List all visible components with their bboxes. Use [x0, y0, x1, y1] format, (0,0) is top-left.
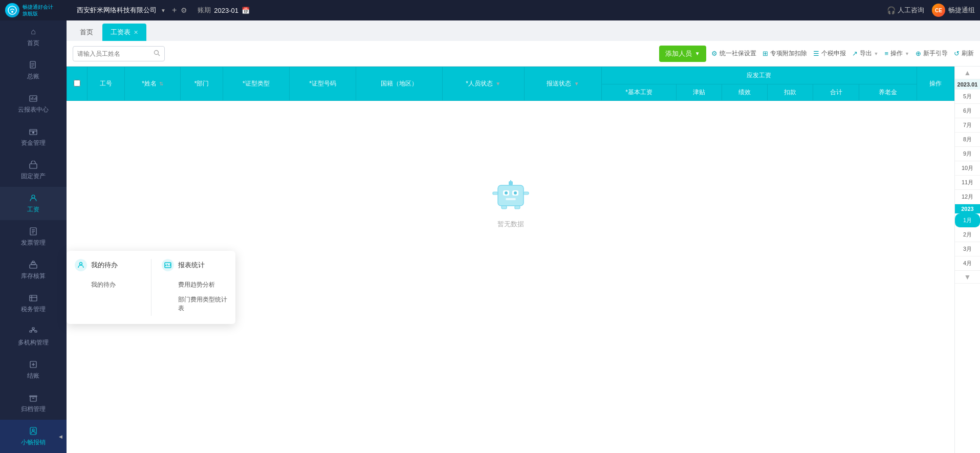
header-pension: 养老金	[859, 84, 917, 101]
sidebar-item-archive[interactable]: 归档管理	[0, 386, 67, 420]
operation-dropdown-icon: ▼	[905, 51, 909, 56]
select-all-checkbox[interactable]	[74, 80, 80, 87]
tax-report-btn[interactable]: ☰ 个税申报	[813, 49, 846, 58]
social-security-btn[interactable]: ⚙ 统一社保设置	[711, 49, 756, 58]
search-input[interactable]	[77, 50, 150, 57]
svg-line-30	[31, 330, 33, 331]
assets-icon	[28, 160, 38, 170]
timeline-month-mar-2023[interactable]: 3月	[955, 242, 980, 256]
timeline-nav-down[interactable]: ▼	[955, 271, 980, 284]
company-dropdown-icon[interactable]: ▼	[161, 8, 166, 13]
settings-btn[interactable]: ⚙	[181, 6, 187, 14]
timeline-month-9[interactable]: 9月	[955, 147, 980, 161]
timeline-month-12[interactable]: 12月	[955, 190, 980, 204]
header-id-number: *证型号码	[290, 67, 356, 101]
header-dept: *部门	[181, 67, 223, 101]
timeline-month-jan-2023[interactable]: 1月	[955, 213, 980, 228]
sidebar-item-xiaochang[interactable]: 小畅报销 ◀	[0, 420, 67, 453]
header-checkbox[interactable]	[67, 67, 88, 101]
header-period: 账期 2023-01 📅	[198, 6, 250, 15]
timeline-month-apr-2023[interactable]: 4月	[955, 256, 980, 271]
header-company[interactable]: 西安虾米网络科技有限公司 ▼ + ⚙	[77, 6, 187, 15]
tax-icon	[28, 293, 38, 303]
timeline-nav-up[interactable]: ▲	[955, 67, 980, 79]
timeline-month-11[interactable]: 11月	[955, 176, 980, 190]
sidebar-item-home[interactable]: ⌂ 首页	[0, 20, 67, 54]
popup-todo-item[interactable]: 我的待办	[75, 277, 141, 292]
sidebar-label-ledger: 总账	[27, 72, 39, 81]
tab-salary-label: 工资表	[111, 28, 130, 37]
timeline-month-10[interactable]: 10月	[955, 161, 980, 176]
sidebar-item-fund[interactable]: 资金管理	[0, 120, 67, 154]
popup-col-divider	[151, 259, 151, 316]
header-nationality: 国籍（地区）	[356, 67, 442, 101]
popup-report-icon	[162, 259, 174, 271]
toolbar: 添加人员 ▼ ⚙ 统一社保设置 ⊞ 专项附加扣除 ☰ 个税申报 ↗	[67, 41, 980, 67]
svg-rect-55	[515, 206, 520, 209]
fund-icon	[28, 126, 38, 137]
svg-point-42	[155, 50, 159, 54]
add-person-dropdown-icon: ▼	[695, 51, 700, 56]
name-sort-icon[interactable]: ⇅	[159, 81, 163, 87]
tab-home[interactable]: 首页	[72, 24, 101, 41]
sidebar-item-assets[interactable]: 固定资产	[0, 154, 67, 187]
timeline-month-8[interactable]: 8月	[955, 133, 980, 147]
avatar: CE	[932, 4, 945, 17]
header-report-status[interactable]: 报送状态 ▼	[524, 67, 601, 101]
sidebar-item-salary[interactable]: 工资	[0, 187, 67, 220]
sidebar-item-tax[interactable]: 税务管理	[0, 287, 67, 320]
header-name[interactable]: *姓名 ⇅	[125, 67, 181, 101]
sidebar-item-report[interactable]: 云报表中心	[0, 87, 67, 120]
header-id-type: *证型类型	[223, 67, 289, 101]
svg-point-1	[11, 11, 13, 13]
svg-rect-51	[510, 180, 511, 182]
popup-expense-trend-item[interactable]: 费用趋势分析	[162, 277, 228, 292]
special-deduct-btn[interactable]: ⊞ 专项附加扣除	[763, 49, 807, 58]
add-person-button[interactable]: 添加人员 ▼	[659, 46, 706, 62]
timeline-month-feb-2023[interactable]: 2月	[955, 228, 980, 242]
svg-point-47	[505, 191, 508, 195]
sidebar-item-invoice[interactable]: 发票管理	[0, 220, 67, 253]
service-btn[interactable]: 🎧 人工咨询	[887, 6, 924, 15]
operation-btn[interactable]: ≡ 操作 ▼	[884, 49, 909, 58]
sidebar-label-settlement: 结账	[27, 372, 39, 380]
export-btn[interactable]: ↗ 导出 ▼	[852, 49, 879, 58]
svg-rect-28	[35, 331, 37, 332]
timeline-month-5[interactable]: 5月	[955, 90, 980, 104]
popup-col-report: 报表统计 费用趋势分析 部门费用类型统计表	[162, 259, 228, 316]
tab-close-icon[interactable]: ✕	[134, 29, 138, 36]
archive-icon	[28, 393, 38, 403]
sidebar-item-multiorg[interactable]: 多机构管理	[0, 320, 67, 353]
guide-action-icon: ⊕	[916, 50, 921, 57]
export-dropdown-icon: ▼	[874, 51, 879, 56]
add-company-btn[interactable]: +	[172, 6, 177, 15]
user-area[interactable]: CE 畅捷通组	[932, 4, 975, 17]
top-header: 畅捷通好会计 旗舰版 西安虾米网络科技有限公司 ▼ + ⚙ 账期 2023-01…	[0, 0, 980, 20]
header-person-status[interactable]: *人员状态 ▼	[442, 67, 524, 101]
tab-salary[interactable]: 工资表 ✕	[102, 24, 146, 41]
svg-point-39	[32, 429, 34, 431]
empty-state: 暂无数据	[67, 132, 954, 270]
person-status-filter-icon[interactable]: ▼	[495, 81, 500, 87]
popup-dept-expense-item[interactable]: 部门费用类型统计表	[162, 292, 228, 316]
refresh-btn[interactable]: ↺ 刷新	[954, 49, 974, 58]
report-status-filter-icon[interactable]: ▼	[574, 81, 579, 87]
timeline-month-7[interactable]: 7月	[955, 118, 980, 133]
sidebar-label-multiorg: 多机构管理	[18, 338, 49, 347]
period-calendar-icon[interactable]: 📅	[242, 7, 250, 14]
header-bonus: 绩效	[722, 84, 768, 101]
period-value: 2023-01	[214, 7, 238, 14]
right-timeline: ▲ 2023.01 5月 6月 7月 8月 9月 10月	[954, 67, 980, 453]
sidebar-item-settlement[interactable]: 结账	[0, 353, 67, 386]
sidebar-item-ledger[interactable]: 总账	[0, 54, 67, 87]
search-input-wrap[interactable]	[73, 46, 165, 61]
sidebar-item-inventory[interactable]: 库存核算	[0, 253, 67, 287]
sidebar-label-home: 首页	[27, 39, 39, 48]
user-name: 畅捷通组	[948, 6, 975, 15]
popup-todo-icon	[75, 259, 87, 271]
sidebar-label-inventory: 库存核算	[21, 272, 46, 281]
timeline-month-6[interactable]: 6月	[955, 104, 980, 118]
header-deduct: 扣款	[768, 84, 813, 101]
guide-btn[interactable]: ⊕ 新手引导	[916, 49, 948, 58]
social-security-icon: ⚙	[711, 50, 717, 57]
